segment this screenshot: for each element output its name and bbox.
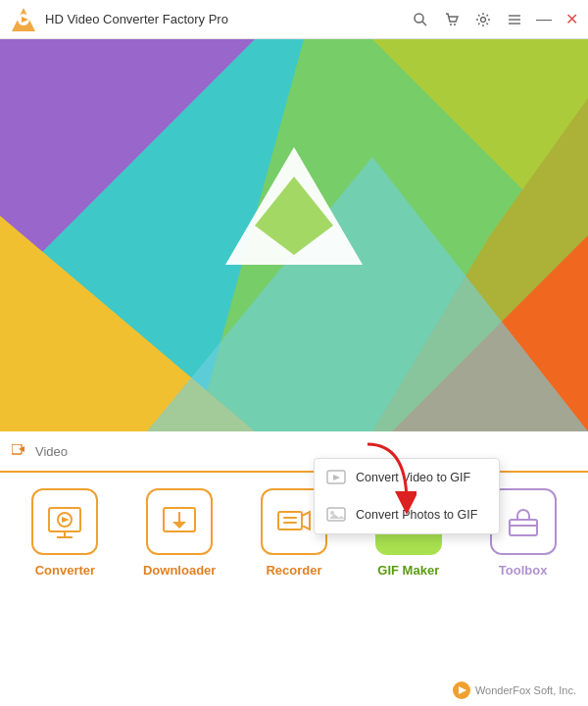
svg-marker-29: [172, 522, 186, 529]
svg-marker-24: [62, 517, 70, 523]
svg-rect-39: [510, 520, 537, 535]
svg-rect-33: [283, 522, 297, 524]
video-gif-icon: [326, 468, 346, 487]
toolbox-label: Toolbox: [499, 563, 548, 578]
recorder-label: Recorder: [266, 563, 321, 578]
bottom-area: Converter Downloader: [0, 431, 588, 706]
app-title: HD Video Converter Factory Pro: [45, 12, 412, 26]
video-search-icon: [12, 444, 27, 459]
converter-icon-wrap: [31, 488, 98, 555]
title-bar-icons: — ✕: [412, 11, 578, 28]
svg-marker-32: [302, 512, 310, 530]
search-icon[interactable]: [412, 11, 429, 28]
app-logo: [10, 6, 37, 33]
footer-logo-icon: [452, 681, 471, 700]
svg-point-7: [481, 17, 486, 22]
svg-marker-45: [333, 475, 340, 480]
list-icon[interactable]: [506, 11, 523, 28]
hero-banner: [0, 39, 588, 431]
red-arrow: [358, 439, 416, 518]
svg-point-5: [450, 24, 452, 25]
svg-point-3: [415, 14, 423, 23]
svg-rect-46: [327, 508, 345, 521]
cart-icon[interactable]: [443, 11, 461, 28]
converter-label: Converter: [35, 563, 95, 578]
downloader-icon-wrap: [146, 488, 213, 555]
gif-maker-label: GIF Maker: [377, 563, 439, 578]
downloader-label: Downloader: [143, 563, 216, 578]
search-input[interactable]: [35, 444, 576, 459]
tools-row: Converter Downloader: [0, 473, 588, 578]
gear-icon[interactable]: [474, 11, 492, 28]
minimize-button[interactable]: —: [537, 13, 551, 26]
svg-rect-34: [283, 517, 297, 519]
downloader-button[interactable]: Downloader: [130, 488, 228, 578]
svg-rect-31: [278, 512, 302, 530]
svg-line-4: [422, 22, 426, 25]
close-button[interactable]: ✕: [564, 13, 578, 26]
photo-gif-icon: [326, 505, 346, 525]
footer-text: WonderFox Soft, Inc.: [475, 684, 576, 696]
search-bar: [0, 431, 588, 473]
title-bar: HD Video Converter Factory Pro: [0, 0, 588, 39]
footer: WonderFox Soft, Inc.: [452, 681, 576, 700]
converter-button[interactable]: Converter: [16, 488, 114, 578]
svg-point-6: [454, 24, 456, 25]
svg-point-47: [330, 511, 334, 515]
